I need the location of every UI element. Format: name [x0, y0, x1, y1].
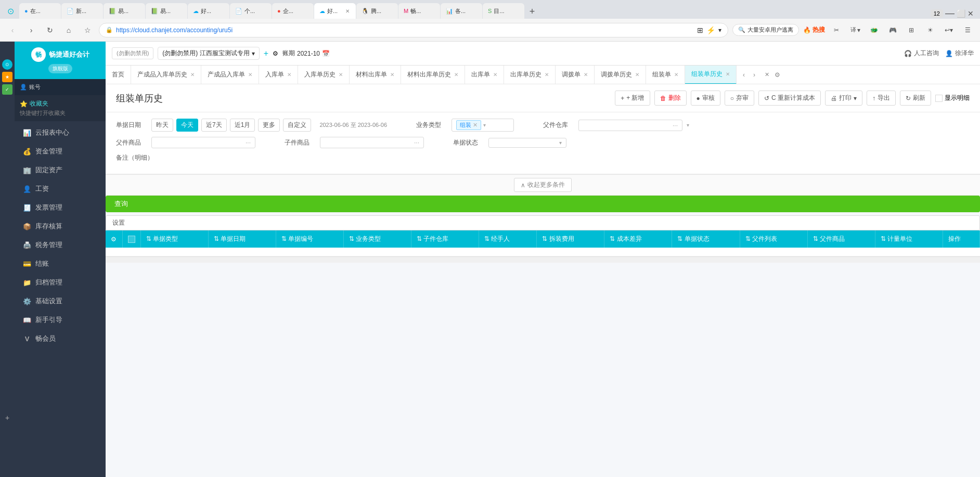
tab-close-6[interactable]: ✕ — [454, 72, 458, 78]
search-bar[interactable]: 🔍 大量安卓用户逃离 — [732, 24, 799, 36]
browser-tab-9[interactable]: M畅... — [398, 3, 440, 19]
company-note[interactable]: (勿删勿禁用) — [112, 47, 153, 59]
child-goods-more[interactable]: ··· — [414, 139, 419, 146]
tab-close-11[interactable]: ✕ — [674, 72, 678, 78]
status-select[interactable]: ▾ — [488, 138, 566, 148]
brightness-btn[interactable]: ☀ — [923, 23, 937, 37]
window-maximize[interactable]: ⬜ — [957, 9, 965, 18]
close-all-tabs[interactable]: ✕ — [762, 70, 772, 80]
th-parent-list[interactable]: ⇅ 父件列表 — [740, 230, 807, 248]
add-ext-icon[interactable]: + — [2, 412, 12, 423]
nav-next-arrow[interactable]: › — [749, 70, 759, 80]
gear-settings[interactable]: ⚙ — [273, 50, 278, 57]
nav-tab-transfer-history[interactable]: 调拨单历史✕ — [595, 66, 646, 84]
yesterday-btn[interactable]: 昨天 — [151, 119, 173, 132]
lightning-icon[interactable]: ⚡ — [706, 26, 715, 34]
tab-close-10[interactable]: ✕ — [635, 72, 639, 78]
sidebar-item-settings[interactable]: ⚙️ 基础设置 — [15, 292, 106, 311]
forward-button[interactable]: › — [24, 23, 38, 37]
th-checkbox[interactable] — [122, 230, 140, 248]
nav-prev-arrow[interactable]: ‹ — [739, 70, 749, 80]
home-button[interactable]: ⌂ — [61, 23, 76, 37]
parent-goods-more[interactable]: ··· — [246, 139, 251, 146]
sidebar-favorites[interactable]: ⭐ 收藏夹 快捷键打开收藏夹 — [15, 95, 106, 121]
abandon-btn[interactable]: ○弃审 — [725, 91, 754, 106]
nav-tab-outbound-history[interactable]: 出库单历史✕ — [504, 66, 556, 84]
history-btn[interactable]: ↩▾ — [942, 23, 956, 37]
scissors-btn[interactable]: ✂ — [829, 23, 844, 37]
nav-tab-assembly-history[interactable]: 组装单历史✕ — [685, 66, 737, 84]
table-settings-icon[interactable]: ⚙ — [111, 236, 117, 243]
nav-tab-material-out[interactable]: 材料出库单✕ — [350, 66, 401, 84]
nav-tab-material-out-history[interactable]: 材料出库单历史✕ — [401, 66, 465, 84]
game-btn[interactable]: 🎮 — [885, 23, 900, 37]
th-doc-type[interactable]: ⇅ 单据类型 — [140, 230, 208, 248]
sidebar-item-archive[interactable]: 📁 归档管理 — [15, 273, 106, 292]
th-parent-goods[interactable]: ⇅ 父件商品 — [807, 230, 875, 248]
browser-tab-10[interactable]: 📊各... — [441, 3, 482, 19]
menu-btn[interactable]: ☰ — [960, 23, 975, 37]
th-doc-date[interactable]: ⇅ 单据日期 — [208, 230, 276, 248]
th-assembly-fee[interactable]: ⇅ 拆装费用 — [537, 230, 604, 248]
bookmark-button[interactable]: ☆ — [80, 23, 95, 37]
tab-close-9[interactable]: ✕ — [584, 72, 588, 78]
browser-tab-4[interactable]: ☁好... — [188, 3, 229, 19]
th-settings[interactable]: ⚙ — [106, 230, 122, 248]
nav-tab-productin[interactable]: 产成品入库单✕ — [201, 66, 259, 84]
audit-btn[interactable]: ●审核 — [691, 91, 720, 106]
new-tab-button[interactable]: + — [525, 4, 539, 19]
browser-tab-7[interactable]: ☁好...✕ — [314, 3, 356, 19]
company-selector[interactable]: (勿删勿禁用) 江西服宝测试专用 ▾ — [158, 47, 259, 60]
business-type-input[interactable]: 组装 ✕ ▾ — [452, 119, 514, 132]
reload-button[interactable]: ↻ — [43, 23, 57, 37]
delete-btn[interactable]: 🗑删除 — [654, 91, 687, 106]
settings-btn-side[interactable]: 设置 — [106, 215, 980, 230]
browser-tab-8[interactable]: 🐧腾... — [356, 3, 398, 19]
export-btn[interactable]: ↑导出 — [867, 91, 896, 106]
new-btn[interactable]: ++ 新增 — [615, 91, 650, 106]
browser-tab-0[interactable]: ●在... — [19, 3, 61, 19]
tab-close-8[interactable]: ✕ — [545, 72, 549, 78]
tab-close-12[interactable]: ✕ — [726, 71, 730, 77]
th-child-warehouse[interactable]: ⇅ 子件仓库 — [411, 230, 479, 248]
tab-close-7[interactable]: ✕ — [493, 72, 497, 78]
show-detail-checkbox[interactable] — [935, 95, 943, 102]
browser-tab-3[interactable]: 📗易... — [146, 3, 187, 19]
collapse-btn[interactable]: ∧ 收起更多条件 — [514, 178, 572, 192]
nav-tab-productin-history[interactable]: 产成品入库单历史✕ — [131, 66, 201, 84]
emoji-btn[interactable]: 🐲 — [867, 23, 881, 37]
warehouse-more-icon[interactable]: ··· — [673, 122, 678, 129]
child-goods-input[interactable]: ··· — [320, 137, 424, 148]
window-close[interactable]: ✕ — [968, 9, 974, 18]
print-btn[interactable]: 🖨打印▾ — [825, 91, 862, 106]
browser-tab-2[interactable]: 📗易... — [104, 3, 145, 19]
ext-icon-3[interactable]: ✓ — [2, 84, 12, 95]
ext-icon-2[interactable]: ★ — [2, 72, 12, 82]
browser-tab-1[interactable]: 📄新... — [61, 3, 103, 19]
tab-close-7[interactable]: ✕ — [344, 8, 351, 14]
th-cost-diff[interactable]: ⇅ 成本差异 — [604, 230, 672, 248]
month-btn[interactable]: 近1月 — [230, 119, 255, 132]
period-selector[interactable]: 账期 2021-10 📅 — [282, 49, 330, 58]
th-unit[interactable]: ⇅ 计量单位 — [875, 230, 943, 248]
sidebar-item-guide[interactable]: 📖 新手引导 — [15, 311, 106, 329]
nav-tab-assembly[interactable]: 组装单✕ — [646, 66, 685, 84]
translate-btn[interactable]: 译▾ — [848, 23, 862, 37]
th-doc-status[interactable]: ⇅ 单据状态 — [672, 230, 740, 248]
back-button[interactable]: ‹ — [5, 23, 20, 37]
ext-icon-1[interactable]: ⊙ — [2, 59, 12, 70]
bottom-scrollbar[interactable] — [106, 256, 980, 263]
browser-tab-6[interactable]: ●企... — [272, 3, 314, 19]
sidebar-item-funds[interactable]: 💰 资金管理 — [15, 142, 106, 161]
nav-tab-outbound[interactable]: 出库单✕ — [465, 66, 504, 84]
address-dropdown[interactable]: ▾ — [718, 27, 721, 34]
nav-tab-transfer[interactable]: 调拨单✕ — [556, 66, 595, 84]
sidebar-item-inventory[interactable]: 📦 库存核算 — [15, 217, 106, 236]
th-handler[interactable]: ⇅ 经手人 — [479, 230, 537, 248]
address-bar[interactable]: 🔒 https://cloud.chanjet.com/accounting/u… — [99, 23, 728, 37]
browser-tab-5[interactable]: 📄个... — [230, 3, 272, 19]
sidebar-item-vip[interactable]: V 畅会员 — [15, 329, 106, 348]
custom-date-btn[interactable]: 自定义 — [283, 119, 311, 132]
sidebar-item-assets[interactable]: 🏢 固定资产 — [15, 161, 106, 179]
sidebar-item-salary[interactable]: 👤 工资 — [15, 179, 106, 198]
